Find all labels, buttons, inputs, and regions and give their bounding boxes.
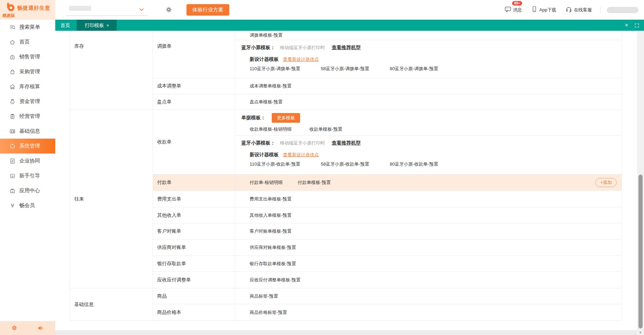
sidebar-item-home[interactable]: 首页 [0, 35, 55, 49]
sidebar-item-search-menu[interactable]: 搜索菜单 [0, 20, 55, 35]
template-cell: 商品标签-预置 [235, 288, 622, 304]
doctype-cell: 客户对账单 [153, 223, 235, 240]
template-link[interactable]: 58蓝牙小票-收款单-预置 [321, 161, 369, 167]
sidebar-item-newbie-guide[interactable]: 新 新手引导 [0, 168, 55, 183]
template-link[interactable]: 费用支出单模板-预置 [250, 196, 291, 202]
section-label: 库存 [74, 43, 84, 49]
template-link[interactable]: 银行存取款单模板-预置 [250, 261, 296, 267]
doctype-label: 付款单 [157, 179, 172, 186]
template-link[interactable]: 110蓝牙小票-调拨单-预置 [250, 66, 300, 71]
template-cell: 其他收入单模板-预置 [235, 207, 622, 223]
template-link[interactable]: 收款单模板-核销明细 [250, 127, 291, 132]
sidebar-item-purchase[interactable]: 采购管理 [0, 64, 55, 79]
doctype-cell: 供应商对账单 [153, 240, 235, 256]
template-link[interactable]: 其他收入单模板-预置 [250, 212, 291, 218]
sidebar-item-inventory[interactable]: 库存核算 [0, 79, 55, 94]
doctype-cell: 商品价格本 [153, 304, 235, 321]
footer-gear-icon[interactable] [11, 325, 17, 332]
doctype-cell: 银行存取款单 [153, 256, 235, 272]
template-link[interactable]: 盘点单模板-预置 [250, 99, 282, 105]
vertical-scrollbar[interactable]: ▼ [637, 31, 644, 335]
bluetooth-desc: 移动端蓝牙小票打印时 [280, 45, 325, 50]
template-link[interactable]: 付款单模板-预置 [298, 179, 330, 186]
template-link[interactable]: 商品价格标签-预置 [250, 309, 287, 316]
tab-print-template[interactable]: 打印模板× [77, 20, 117, 31]
template-link[interactable]: 调拨单模板-预置 [250, 32, 282, 38]
online-service-button[interactable]: 在线客服 [565, 6, 592, 14]
template-link[interactable]: 应收应付调整单模板-预置 [250, 277, 300, 283]
top-header: 畅捷通好生意 精易版 体验行业方案 [0, 0, 644, 20]
sidebar-item-label: 首页 [19, 39, 30, 45]
svg-text:V: V [11, 203, 14, 208]
user-account-redacted[interactable] [607, 7, 638, 13]
doctype-cell-payment-highlighted: 付款单 [153, 175, 235, 191]
sidebar-item-label: 搜索菜单 [19, 24, 40, 30]
template-link[interactable]: 110蓝牙小票-收款单-预置 [250, 161, 300, 167]
print-template-table: 库存 往来 基础信息 调拨单 成本调整单 盘点单 收款单 付款单 费用支出单 其… [70, 31, 622, 321]
app-download-button[interactable]: App下载 [531, 6, 556, 14]
doctype-label: 调拨单 [157, 43, 172, 49]
recommended-models-link[interactable]: 查看推荐机型 [332, 140, 361, 146]
collab-board-icon [9, 158, 16, 164]
tab-close-icon[interactable]: × [106, 23, 109, 28]
close-all-tabs-icon[interactable]: × [625, 22, 628, 28]
sidebar-item-label: 销售管理 [19, 54, 40, 60]
shopping-bag-icon [9, 69, 16, 75]
header-divider [600, 7, 600, 13]
sidebar-item-label: 基础信息 [19, 128, 40, 134]
messages-button[interactable]: 消息 99+ [504, 6, 522, 14]
template-link[interactable]: 58蓝牙小票-调拨单-预置 [321, 66, 369, 71]
template-cell: 费用支出单模板-预置 [235, 191, 622, 207]
phone-icon [531, 6, 538, 14]
designer-benefits-link[interactable]: 查看新设计器优点 [283, 57, 319, 62]
horizontal-scrollbar[interactable] [55, 330, 637, 335]
settings-gear-icon[interactable] [165, 6, 173, 15]
doctype-cell: 收款单 [153, 110, 235, 175]
sidebar-item-enterprise-collab[interactable]: 企业协同 [0, 153, 55, 168]
scroll-down-arrow-icon[interactable]: ▼ [639, 331, 642, 334]
chevron-down-icon[interactable] [138, 6, 145, 15]
template-cell: 应收应付调整单模板-预置 [235, 272, 622, 288]
doctype-label: 商品 [157, 293, 167, 299]
footer-announcement-speaker-icon[interactable] [37, 325, 44, 333]
designer-label: 新设计器模板 [250, 152, 279, 157]
doctype-label: 银行存取款单 [157, 261, 186, 267]
sidebar-item-system-management[interactable]: 系统管理 [0, 139, 55, 153]
template-cell-payment-highlighted: 付款单-核销明细 付款单模板-预置 +添加 [235, 175, 622, 191]
sidebar-item-basic-info[interactable]: 基础信息 [0, 124, 55, 139]
sidebar-item-label: 应用中心 [19, 187, 40, 194]
main-content: 库存 往来 基础信息 调拨单 成本调整单 盘点单 收款单 付款单 费用支出单 其… [55, 31, 637, 330]
designer-benefits-link[interactable]: 查看新设计器优点 [283, 152, 319, 157]
id-card-icon [9, 128, 16, 134]
template-link[interactable]: 商品标签-预置 [250, 293, 278, 299]
sidebar-item-app-center[interactable]: 应用中心 [0, 183, 55, 198]
sidebar-footer [0, 321, 55, 335]
template-cell: 商品价格标签-预置 [235, 304, 622, 321]
template-link[interactable]: 付款单-核销明细 [250, 179, 282, 186]
template-link[interactable]: 成本调整单模板-预置 [250, 83, 291, 89]
doctype-cell: 应收应付调整单 [153, 272, 235, 288]
add-template-button[interactable]: +添加 [595, 178, 617, 187]
sidebar-item-label: 库存核算 [19, 83, 40, 90]
tv-app-icon [9, 188, 16, 194]
tabbar-right-controls: × [625, 20, 644, 31]
fullscreen-icon[interactable] [634, 23, 640, 28]
tab-home[interactable]: 首页 [55, 20, 75, 31]
template-link[interactable]: 客户对账单模板-预置 [250, 228, 291, 234]
doctype-cell: 费用支出单 [153, 191, 235, 207]
trial-plan-button[interactable]: 体验行业方案 [186, 4, 229, 16]
more-templates-button[interactable]: 更多模板 [272, 113, 300, 123]
sidebar-item-funds[interactable]: ¥ 资金管理 [0, 94, 55, 109]
template-link[interactable]: 供应商对账单模板-预置 [250, 244, 296, 251]
vertical-scrollbar-thumb[interactable] [638, 175, 643, 328]
org-selector-redacted-value[interactable] [69, 6, 91, 11]
sidebar-item-member[interactable]: V 畅会员 [0, 198, 55, 213]
template-link[interactable]: 收款单模板-预置 [309, 127, 342, 132]
home-icon [9, 39, 16, 45]
sidebar-item-operations[interactable]: 经营管理 [0, 109, 55, 124]
template-link[interactable]: 80蓝牙小票-收款单-预置 [390, 161, 438, 167]
sidebar-item-sales[interactable]: $ 销售管理 [0, 49, 55, 64]
section-cell-basic-info: 基础信息 [70, 288, 153, 321]
template-link[interactable]: 80蓝牙小票-调拨单-预置 [390, 66, 438, 71]
recommended-models-link[interactable]: 查看推荐机型 [332, 45, 361, 50]
